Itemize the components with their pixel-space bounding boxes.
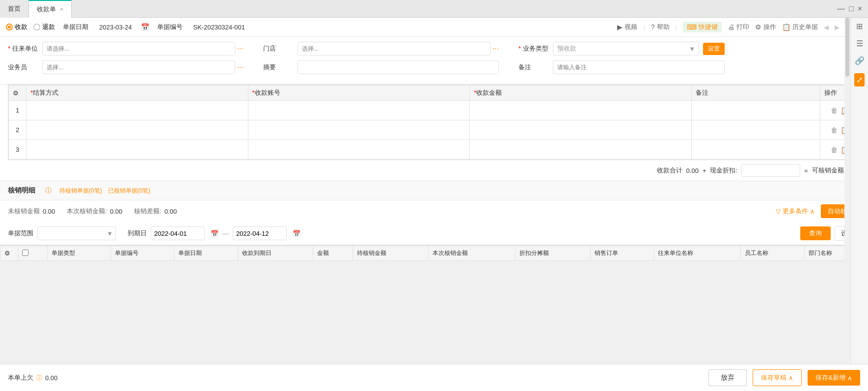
sidebar-expand-icon[interactable]: ⤢ — [854, 73, 865, 86]
pending-tab[interactable]: 待核销单据(0笔) — [59, 187, 102, 195]
save-draft-arrow-icon[interactable]: ∧ — [788, 374, 793, 382]
payment-table-container: ⚙ *结算方式 *收款账号 *收款金额 备注 操作 — [8, 84, 860, 160]
summary-input[interactable] — [298, 60, 499, 74]
tab-close-icon[interactable]: × — [60, 6, 63, 13]
counterpart-input[interactable] — [42, 42, 235, 56]
bottom-stat-info-icon[interactable]: ⓘ — [36, 374, 42, 382]
note-field: 备注 — [518, 60, 725, 74]
th-checkbox[interactable]: ⚙ — [0, 246, 18, 261]
cell-note-3[interactable] — [691, 140, 820, 160]
more-conditions-btn[interactable]: ▽ 更多条件 ∧ — [776, 207, 815, 216]
detail-header-row: ⚙ 单据类型 单据编号 单据日期 收款到期日 金额 待核销金额 本次核销金额 折… — [0, 246, 868, 261]
payment-table: ⚙ *结算方式 *收款账号 *收款金额 备注 操作 — [8, 85, 860, 160]
cell-note-1[interactable] — [691, 101, 820, 120]
gear-small-icon[interactable]: ⚙ — [4, 250, 10, 257]
cell-settlement-1[interactable] — [27, 101, 248, 120]
radio-label-payment: 收款 — [15, 23, 27, 31]
cell-note-2[interactable] — [691, 120, 820, 140]
cell-amount-1[interactable] — [470, 101, 692, 120]
save-draft-button[interactable]: 保存草稿 ∧ — [753, 369, 802, 386]
print-btn[interactable]: 🖨 打印 — [728, 23, 749, 31]
no-value: SK-20230324-001 — [193, 24, 245, 31]
cell-amount-2[interactable] — [470, 120, 692, 140]
business-type-field: * 业务类型 预收款 ▼ 设置 — [518, 42, 725, 56]
settings-btn[interactable]: 设置 — [703, 43, 725, 55]
business-type-select[interactable]: 预收款 — [553, 42, 699, 56]
video-label: 视频 — [624, 23, 637, 31]
video-btn[interactable]: ▶ 视频 — [617, 23, 637, 31]
section-info-icon[interactable]: ⓘ — [45, 186, 52, 195]
staff-input[interactable] — [42, 60, 235, 74]
unchecked-stat: 未核销金额 0.00 — [8, 207, 55, 216]
store-more-icon[interactable]: ··· — [492, 45, 499, 53]
scroll-thumb[interactable] — [845, 18, 849, 77]
query-btn[interactable]: 查询 — [800, 226, 831, 240]
minimize-button[interactable]: — — [837, 4, 845, 13]
date-from-input[interactable] — [151, 226, 205, 240]
maximize-button[interactable]: □ — [849, 4, 854, 13]
date-label: 单据日期 — [63, 23, 88, 31]
diff-label: 核销差额: — [134, 207, 162, 216]
radio-payment[interactable]: 收款 — [6, 23, 27, 31]
date-field: 单据日期 2023-03-24 📅 — [63, 23, 149, 31]
equals-sign: = — [804, 167, 808, 174]
cell-settlement-3[interactable] — [27, 140, 248, 160]
help-btn[interactable]: ? 帮助 — [651, 23, 670, 31]
cell-settlement-2[interactable] — [27, 120, 248, 140]
tab-home[interactable]: 首页 — [0, 0, 28, 18]
calendar-icon[interactable]: 📅 — [141, 23, 149, 31]
delete-icon-2[interactable]: 🗑 — [831, 126, 838, 134]
save-new-label: 保存&新增 — [815, 373, 845, 382]
range-field: 单据范围 ▼ — [8, 226, 116, 240]
delete-icon-3[interactable]: 🗑 — [831, 146, 838, 154]
cal-to-icon[interactable]: 📅 — [293, 230, 300, 237]
cell-account-1[interactable] — [248, 101, 470, 120]
store-field: 门店 ··· — [263, 42, 499, 56]
detail-table-container: ⚙ 单据类型 单据编号 单据日期 收款到期日 金额 待核销金额 本次核销金额 折… — [0, 245, 868, 261]
close-button[interactable]: × — [858, 4, 862, 13]
cell-amount-3[interactable] — [470, 140, 692, 160]
done-tab[interactable]: 已核销单据(0笔) — [108, 187, 151, 195]
cell-account-2[interactable] — [248, 120, 470, 140]
th-amount: *收款金额 — [470, 85, 692, 101]
due-date-field: 到期日 📅 — 📅 — [128, 226, 300, 240]
discount-input[interactable] — [741, 164, 800, 177]
th-settings[interactable]: ⚙ — [9, 85, 27, 101]
operation-btn[interactable]: ⚙ 操作 — [755, 23, 776, 31]
shortcut-btn[interactable]: ⌨ 快捷键 — [683, 22, 722, 32]
store-input[interactable] — [298, 42, 490, 56]
sidebar-link-icon[interactable]: 🔗 — [855, 56, 865, 65]
bottom-stat: 本单上欠 ⓘ 0.00 — [8, 373, 57, 382]
range-select[interactable] — [37, 226, 116, 240]
cell-account-3[interactable] — [248, 140, 470, 160]
history-btn[interactable]: 📋 历史单据 — [782, 23, 818, 31]
th-checkbox-sel[interactable] — [18, 246, 48, 261]
note-input[interactable] — [553, 60, 725, 74]
date-to-input[interactable] — [233, 226, 287, 240]
date-value: 2023-03-24 — [99, 24, 132, 31]
toolbar-right: ▶ 视频 | ? 帮助 | ⌨ 快捷键 🖨 打印 ⚙ 操作 📋 — [617, 22, 862, 32]
cal-from-icon[interactable]: 📅 — [211, 230, 218, 237]
save-new-arrow-icon[interactable]: ∧ — [847, 374, 852, 382]
save-new-button[interactable]: 保存&新增 ∧ — [808, 370, 860, 386]
delete-icon-1[interactable]: 🗑 — [831, 107, 838, 114]
tab-active[interactable]: 收款单 × — [28, 0, 72, 18]
total-value: 0.00 — [686, 167, 699, 174]
video-icon: ▶ — [617, 23, 623, 31]
select-all-checkbox[interactable] — [22, 250, 28, 256]
discard-button[interactable]: 放弃 — [708, 369, 747, 386]
radio-refund[interactable]: 退款 — [33, 23, 55, 31]
sidebar-table-icon[interactable]: ⊞ — [856, 22, 863, 31]
payment-type-group: 收款 退款 — [6, 23, 55, 31]
counterpart-more-icon[interactable]: ··· — [237, 45, 244, 53]
tab-home-label: 首页 — [8, 4, 21, 13]
sidebar-list-icon[interactable]: ☰ — [856, 39, 863, 48]
bottom-right: 放弃 保存草稿 ∧ 保存&新增 ∧ — [708, 369, 860, 386]
history-icon: 📋 — [782, 23, 790, 31]
staff-more-icon[interactable]: ··· — [237, 63, 244, 71]
bottom-bar: 本单上欠 ⓘ 0.00 放弃 保存草稿 ∧ 保存&新增 ∧ — [0, 363, 868, 391]
row-num-3: 3 — [9, 140, 27, 160]
main-content: 收款 退款 单据日期 2023-03-24 📅 单据编号 SK-20230324… — [0, 18, 868, 261]
table-row: 3 🗑 📋 — [9, 140, 860, 160]
scrollbar[interactable] — [844, 18, 850, 391]
